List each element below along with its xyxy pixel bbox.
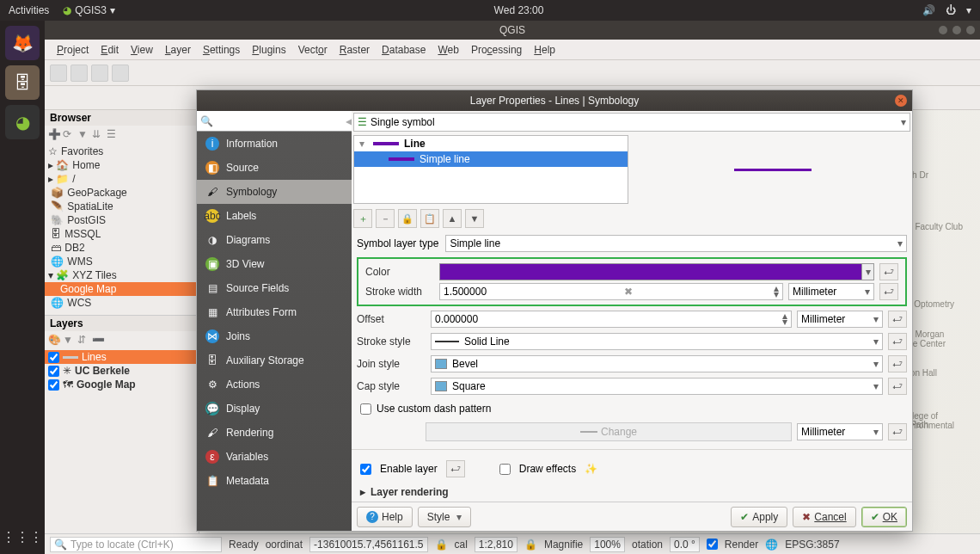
- sidebar-search[interactable]: 🔍 ◀: [197, 111, 352, 132]
- sidebar-search-input[interactable]: [213, 115, 342, 127]
- dialog-close-button[interactable]: ✕: [895, 95, 907, 107]
- menu-plugins[interactable]: Plugins: [247, 42, 291, 58]
- data-defined-strokestyle-button[interactable]: ⮐: [888, 333, 907, 350]
- layers-tree[interactable]: Lines ✳UC Berkele 🗺Google Map: [45, 348, 199, 393]
- menu-project[interactable]: Project: [52, 42, 94, 58]
- volume-icon[interactable]: 🔊: [922, 4, 935, 16]
- sidebar-item-3dview[interactable]: ▣3D View: [197, 252, 352, 276]
- remove-icon[interactable]: ➖: [92, 334, 104, 346]
- menu-help[interactable]: Help: [529, 42, 560, 58]
- sidebar-item-actions[interactable]: ⚙Actions: [197, 372, 352, 397]
- effects-icon[interactable]: ✨: [585, 463, 597, 475]
- qgis-launcher-icon[interactable]: ◕: [5, 105, 40, 139]
- power-icon[interactable]: ⏻: [946, 4, 956, 16]
- mag-value[interactable]: 100%: [590, 537, 625, 552]
- draw-effects-checkbox[interactable]: [499, 464, 511, 475]
- sidebar-item-joins[interactable]: ⋈Joins: [197, 324, 352, 348]
- sidebar-item-variables[interactable]: εVariables: [197, 445, 352, 469]
- clear-icon[interactable]: ✖: [624, 286, 636, 298]
- enable-layer-checkbox[interactable]: [360, 464, 371, 475]
- toolbar-open-icon[interactable]: [70, 65, 88, 82]
- offset-unit-combo[interactable]: Millimeter▾: [797, 311, 883, 328]
- stroke-width-unit-combo[interactable]: Millimeter▾: [788, 283, 874, 300]
- menu-vector[interactable]: Vector: [293, 42, 333, 58]
- close-icon[interactable]: [966, 26, 975, 34]
- stroke-style-combo[interactable]: Solid Line▾: [431, 333, 883, 350]
- data-defined-capstyle-button[interactable]: ⮐: [888, 378, 907, 395]
- activities-button[interactable]: Activities: [9, 4, 49, 16]
- filter-icon[interactable]: ▼: [77, 128, 89, 140]
- expand-icon[interactable]: ⇵: [77, 334, 89, 346]
- cap-style-combo[interactable]: Square▾: [431, 378, 883, 395]
- sidebar-item-symbology[interactable]: 🖌Symbology: [197, 180, 352, 204]
- refresh-icon[interactable]: ⟳: [63, 128, 75, 140]
- menu-processing[interactable]: Processing: [466, 42, 527, 58]
- move-down-button[interactable]: ▼: [465, 209, 484, 228]
- menu-view[interactable]: View: [126, 42, 158, 58]
- toolbar-new-icon[interactable]: [50, 65, 67, 82]
- layer-checkbox[interactable]: [48, 366, 59, 377]
- add-icon[interactable]: ➕: [48, 128, 60, 140]
- data-defined-color-button[interactable]: ⮐: [879, 263, 898, 280]
- spin-down-icon[interactable]: ▾: [782, 319, 787, 325]
- sidebar-item-metadata[interactable]: 📋Metadata: [197, 469, 352, 493]
- layer-checkbox[interactable]: [48, 352, 59, 363]
- epsg-value[interactable]: EPSG:3857: [785, 539, 839, 551]
- color-dropdown-icon[interactable]: ▾: [861, 264, 873, 280]
- sidebar-item-rendering[interactable]: 🖌Rendering: [197, 421, 352, 445]
- duplicate-symbol-layer-button[interactable]: 📋: [420, 209, 439, 228]
- app-grid-icon[interactable]: ⋮⋮⋮: [2, 529, 43, 545]
- app-menu[interactable]: ◕ QGIS3 ▾: [63, 4, 115, 16]
- layer-rendering-group[interactable]: ▸ Layer rendering: [360, 486, 903, 498]
- menu-database[interactable]: Database: [377, 42, 431, 58]
- collapse-icon[interactable]: ▾: [359, 138, 368, 150]
- props-icon[interactable]: ☰: [107, 128, 119, 140]
- toolbar-save-icon[interactable]: [91, 65, 108, 82]
- ok-button[interactable]: ✔OK: [861, 507, 907, 527]
- locator-input[interactable]: 🔍 Type to locate (Ctrl+K): [50, 537, 222, 552]
- remove-symbol-layer-button[interactable]: －: [376, 209, 395, 228]
- renderer-combo[interactable]: ☰ Single symbol ▾: [353, 113, 910, 132]
- cancel-button[interactable]: ✖Cancel: [793, 507, 855, 527]
- toolbar-saveas-icon[interactable]: [112, 65, 129, 82]
- scale-value[interactable]: 1:2,810: [475, 537, 518, 552]
- data-defined-enable-button[interactable]: ⮐: [446, 460, 465, 477]
- symbol-layer-tree[interactable]: ▾ Line Simple line: [353, 135, 628, 204]
- tree-row-simple-line[interactable]: Simple line: [354, 151, 628, 167]
- menu-web[interactable]: Web: [432, 42, 463, 58]
- data-defined-width-button[interactable]: ⮐: [879, 283, 898, 300]
- sidebar-item-display[interactable]: 💬Display: [197, 397, 352, 421]
- style-icon[interactable]: 🎨: [48, 334, 60, 346]
- collapse-icon[interactable]: ⇊: [92, 128, 104, 140]
- move-up-button[interactable]: ▲: [443, 209, 462, 228]
- layer-checkbox[interactable]: [48, 379, 59, 391]
- sidebar-item-information[interactable]: iInformation: [197, 132, 352, 156]
- browser-tree[interactable]: ☆Favorites ▸ 🏠Home ▸ 📁/ 📦GeoPackage 🪶Spa…: [45, 143, 199, 311]
- menu-edit[interactable]: Edit: [95, 42, 124, 58]
- custom-dash-checkbox[interactable]: [360, 403, 371, 415]
- symbol-layer-type-combo[interactable]: Simple line▾: [445, 235, 907, 252]
- maximize-icon[interactable]: [952, 26, 961, 34]
- tree-row-line[interactable]: ▾ Line: [354, 136, 628, 151]
- data-defined-joinstyle-button[interactable]: ⮐: [888, 355, 907, 372]
- sidebar-item-sourcefields[interactable]: ▤Source Fields: [197, 276, 352, 300]
- add-symbol-layer-button[interactable]: ＋: [353, 209, 372, 228]
- sidebar-item-source[interactable]: ◧Source: [197, 156, 352, 180]
- style-button[interactable]: Style▾: [418, 507, 472, 527]
- stroke-width-input[interactable]: 1.500000 ✖ ▴▾: [439, 283, 783, 300]
- data-defined-offset-button[interactable]: ⮐: [888, 311, 907, 328]
- join-style-combo[interactable]: Bevel▾: [431, 355, 883, 372]
- help-button[interactable]: ?Help: [357, 507, 413, 527]
- color-picker[interactable]: ▾: [439, 263, 874, 280]
- rot-value[interactable]: 0.0 °: [670, 537, 700, 552]
- coord-value[interactable]: -13610015.7,4561161.5: [309, 537, 427, 552]
- filter2-icon[interactable]: ▼: [63, 334, 75, 346]
- system-menu-icon[interactable]: ▾: [966, 4, 971, 16]
- firefox-launcher-icon[interactable]: 🦊: [5, 26, 40, 60]
- sidebar-item-attrform[interactable]: ▦Attributes Form: [197, 300, 352, 324]
- sidebar-item-aux[interactable]: 🗄Auxiliary Storage: [197, 348, 352, 372]
- clock[interactable]: Wed 23:00: [115, 4, 922, 16]
- menu-layer[interactable]: Layer: [160, 42, 196, 58]
- render-checkbox[interactable]: [707, 539, 718, 550]
- menu-settings[interactable]: Settings: [198, 42, 245, 58]
